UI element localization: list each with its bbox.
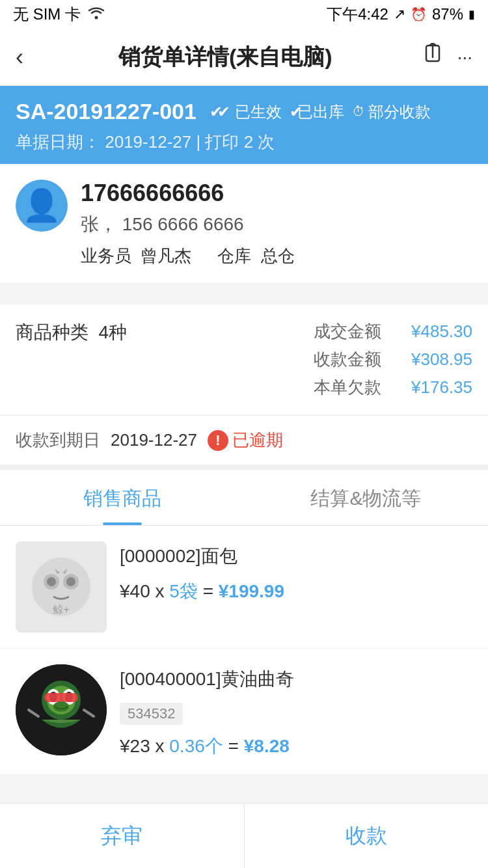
- overdue-icon: !: [208, 430, 228, 451]
- product-name-2: [000400001]黄油曲奇: [120, 667, 472, 692]
- svg-point-7: [66, 577, 75, 586]
- stats-section: 商品种类 4种 成交金额 ¥485.30 收款金额 ¥308.95 本单欠款 ¥…: [0, 305, 488, 415]
- product-name-1: [0000002]面包: [120, 544, 472, 569]
- alarm-icon: ⏰: [411, 7, 427, 22]
- customer-avatar: 👤: [16, 180, 68, 232]
- badge-effective: ✔ ✔ 已生效: [210, 102, 282, 122]
- more-button[interactable]: ···: [457, 47, 472, 68]
- status-bar: 无 SIM 卡 下午4:42 ↗ ⏰ 87% ▮: [0, 0, 488, 29]
- product-item-2: [000400001]黄油曲奇 534532 ¥23 x 0.36个 = ¥8.…: [0, 649, 488, 775]
- battery-text: 87%: [432, 5, 463, 23]
- customer-phone: 张， 156 6666 6666: [81, 212, 472, 237]
- wifi-icon: [87, 5, 105, 23]
- nav-actions: ···: [421, 43, 472, 71]
- product-thumb-2: [16, 664, 107, 755]
- bottom-bar: 弃审 收款: [0, 803, 488, 868]
- page-title: 销货单详情(来自电脑): [30, 42, 421, 72]
- stat-receive: 收款金额 ¥308.95: [314, 348, 472, 371]
- battery-icon: ▮: [468, 7, 475, 21]
- share-button[interactable]: [421, 43, 444, 71]
- svg-text:鲸+: 鲸+: [53, 604, 69, 615]
- customer-section: 👤 17666666666 张， 156 6666 6666 业务员 曾凡杰 仓…: [0, 164, 488, 284]
- gap-1: [0, 284, 488, 294]
- tab-sales-products[interactable]: 销售商品: [0, 470, 244, 525]
- stat-deal: 成交金额 ¥485.30: [314, 320, 472, 343]
- order-date-row: 单据日期： 2019-12-27 | 打印 2 次: [16, 131, 472, 154]
- svg-point-6: [47, 577, 56, 586]
- customer-meta: 业务员 曾凡杰 仓库 总仓: [81, 245, 472, 267]
- stat-debt: 本单欠款 ¥176.35: [314, 376, 472, 399]
- badge-partial: ⏱ 部分收款: [352, 102, 431, 122]
- thumb-placeholder-1: 鲸+: [16, 541, 107, 632]
- avatar-icon: 👤: [22, 187, 61, 224]
- product-price-2: ¥23 x 0.36个 = ¥8.28: [120, 734, 472, 759]
- salesman-info: 业务员 曾凡杰: [81, 245, 191, 267]
- location-icon: ↗: [394, 6, 405, 23]
- product-tag-2: 534532: [120, 703, 183, 725]
- confirm-button[interactable]: 收款: [245, 804, 489, 868]
- product-list: 鲸+ [0000002]面包 ¥40 x 5袋 = ¥199.99: [0, 526, 488, 775]
- customer-info: 17666666666 张， 156 6666 6666 业务员 曾凡杰 仓库 …: [81, 180, 472, 267]
- stats-right: 成交金额 ¥485.30 收款金额 ¥308.95 本单欠款 ¥176.35: [314, 320, 472, 399]
- product-price-1: ¥40 x 5袋 = ¥199.99: [120, 579, 472, 604]
- order-id: SA-20191227-001: [16, 99, 197, 124]
- svg-rect-16: [44, 693, 78, 702]
- clock-icon: ⏱: [352, 104, 365, 119]
- badge-shipped: ✔ 已出库: [290, 102, 344, 122]
- tab-settlement[interactable]: 结算&物流等: [244, 470, 488, 525]
- product-info-2: [000400001]黄油曲奇 534532 ¥23 x 0.36个 = ¥8.…: [120, 664, 472, 759]
- overdue-badge: ! 已逾期: [208, 429, 283, 452]
- time-text: 下午4:42: [327, 4, 388, 25]
- customer-id: 17666666666: [81, 180, 472, 207]
- tabs-section: 销售商品 结算&物流等: [0, 470, 488, 526]
- order-badges: ✔ ✔ 已生效 ✔ 已出库 ⏱ 部分收款: [210, 102, 431, 122]
- stats-category: 商品种类 4种: [16, 320, 127, 345]
- status-right: 下午4:42 ↗ ⏰ 87% ▮: [327, 4, 475, 25]
- due-section: 收款到期日 2019-12-27 ! 已逾期: [0, 415, 488, 470]
- svg-point-0: [95, 16, 98, 20]
- product-info-1: [0000002]面包 ¥40 x 5袋 = ¥199.99: [120, 541, 472, 604]
- warehouse-info: 仓库 总仓: [217, 245, 294, 267]
- order-id-row: SA-20191227-001 ✔ ✔ 已生效 ✔ 已出库 ⏱ 部分收款: [16, 99, 472, 124]
- product-thumb-1: 鲸+: [16, 541, 107, 632]
- nav-bar: ‹ 销货单详情(来自电脑) ···: [0, 29, 488, 86]
- product-item-1: 鲸+ [0000002]面包 ¥40 x 5袋 = ¥199.99: [0, 526, 488, 649]
- order-header: SA-20191227-001 ✔ ✔ 已生效 ✔ 已出库 ⏱ 部分收款 单据日…: [0, 86, 488, 164]
- cancel-button[interactable]: 弃审: [0, 804, 245, 868]
- back-button[interactable]: ‹: [16, 37, 30, 77]
- carrier-text: 无 SIM 卡: [13, 4, 81, 25]
- status-left: 无 SIM 卡: [13, 4, 105, 25]
